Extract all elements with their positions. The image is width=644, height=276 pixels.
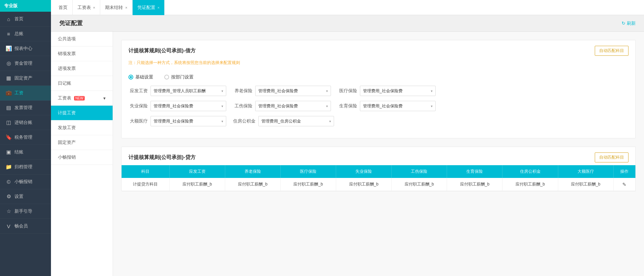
select-pension[interactable]: 管理费用_社会保险费 ▾ [255, 86, 331, 96]
sidebar-item-archive[interactable]: 📁 归档管理 [0, 160, 51, 174]
refresh-button[interactable]: ↻ 刷新 [622, 20, 636, 26]
inner-nav-xiaochang-expense[interactable]: 小畅报销 [51, 150, 113, 165]
field-injury: 工伤保险 管理费用_社会保险费 ▾ [233, 101, 331, 111]
th-housing: 住房公积金 [502, 165, 558, 178]
section2-header: 计提核算规则(公司承担)-贷方 自动匹配科目 [122, 147, 635, 165]
form-row-1: 应发工资 管理费用_管理人员职工薪酬 ▾ 养老保险 管理费用_社会保险费 [128, 86, 629, 96]
inner-nav-purchase-invoice[interactable]: 进项发票 [51, 61, 113, 76]
sidebar-item-settings[interactable]: ⚙ 设置 [0, 189, 51, 204]
tab-voucher-config-close[interactable]: × [157, 6, 159, 10]
form-row-2: 失业保险 管理费用_社会保险费 ▾ 工伤保险 管理费用_社会保险费 [128, 101, 629, 111]
section2-title: 计提核算规则(公司承担)-贷方 [128, 154, 196, 161]
inventory-icon: ◫ [6, 119, 12, 126]
th-large-medical: 大额医疗 [558, 165, 613, 178]
auto-match-credit-button[interactable]: 自动匹配科目 [595, 152, 629, 162]
field-housing-fund: 住房公积金 管理费用_住房公积金 ▾ [233, 116, 334, 126]
radio-basic[interactable]: 基础设置 [128, 74, 153, 80]
sidebar-item-asset[interactable]: ▦ 固定资产 [0, 71, 51, 86]
home-icon: ⌂ [6, 16, 12, 22]
table-row: 计提贷方科目 应付职工薪酬_b 应付职工薪酬_b 应付职工薪酬_b 应付职工薪酬… [122, 178, 635, 191]
inner-nav-fixed-assets[interactable]: 固定资产 [51, 135, 113, 150]
select-unemployment[interactable]: 管理费用_社会保险费 ▾ [150, 101, 226, 111]
sidebar-item-salary[interactable]: 💼 工资 [0, 86, 51, 100]
sidebar-item-close[interactable]: ▣ 结账 [0, 145, 51, 160]
td-injury-val: 应付职工薪酬_b [392, 178, 447, 191]
select-maternity-value: 管理费用_社会保险费 [363, 103, 431, 109]
sidebar-item-inventory[interactable]: ◫ 进销台账 [0, 115, 51, 130]
chevron-injury: ▾ [326, 104, 328, 108]
tab-home[interactable]: 首页 [54, 0, 73, 15]
page-title: 凭证配置 [59, 19, 83, 27]
content-area: 计提核算规则(公司承担)-借方 自动匹配科目 注：只能选择一种方式，系统将按照您… [113, 32, 644, 276]
inner-nav-calc-salary[interactable]: 计提工资 [51, 106, 113, 120]
sidebar-item-xiaochang[interactable]: © 小畅报销 [0, 174, 51, 189]
label-pension: 养老保险 [233, 88, 252, 94]
inner-nav-payroll-table[interactable]: 工资表 NEW ▾ [51, 91, 113, 106]
credit-table: 科目 应发工资 养老保险 医疗保险 失业保险 工伤保险 生育保险 住房公积金 大… [122, 165, 635, 191]
chevron-large-medical: ▾ [221, 119, 223, 123]
select-large-medical[interactable]: 管理费用_社会保险费 ▾ [150, 116, 226, 126]
tab-voucher-config-label: 凭证配置 [137, 4, 155, 11]
field-pension: 养老保险 管理费用_社会保险费 ▾ [233, 86, 331, 96]
field-unemployment: 失业保险 管理费用_社会保险费 ▾ [128, 101, 226, 111]
tab-payroll-close[interactable]: × [93, 6, 95, 10]
edit-icon[interactable]: ✎ [622, 182, 626, 187]
radio-dept-circle [164, 75, 169, 79]
sidebar-item-ledger[interactable]: ≡ 总账 [0, 26, 51, 41]
page-content: 凭证配置 ↻ 刷新 公共选项 销项发票 进项发票 日记账 [51, 15, 644, 276]
sidebar-item-label: 总账 [14, 31, 23, 37]
tab-period-end-close[interactable]: × [125, 6, 127, 10]
refresh-label: 刷新 [627, 20, 636, 26]
tab-period-end[interactable]: 期末结转 × [100, 0, 132, 15]
chevron-salary: ▾ [221, 89, 223, 93]
select-housing-fund[interactable]: 管理费用_住房公积金 ▾ [258, 116, 334, 126]
chevron-unemployment: ▾ [221, 104, 223, 108]
select-medical[interactable]: 管理费用_社会保险费 ▾ [360, 86, 436, 96]
sidebar-item-tax[interactable]: 🔖 税务管理 [0, 130, 51, 145]
inner-layout: 公共选项 销项发票 进项发票 日记账 工资表 NEW ▾ 计提工资 [51, 32, 644, 276]
tab-voucher-config[interactable]: 凭证配置 × [133, 0, 165, 15]
inner-nav-sales-invoice[interactable]: 销项发票 [51, 46, 113, 61]
sidebar-item-home[interactable]: ⌂ 首页 [0, 12, 51, 26]
inner-nav-journal[interactable]: 日记账 [51, 76, 113, 91]
sidebar-item-guide[interactable]: ☆ 新手引导 [0, 204, 51, 219]
refresh-icon: ↻ [622, 21, 625, 26]
sidebar-item-label: 税务管理 [14, 134, 32, 140]
select-maternity[interactable]: 管理费用_社会保险费 ▾ [360, 101, 436, 111]
select-pension-value: 管理费用_社会保险费 [258, 88, 326, 94]
th-medical: 医疗保险 [281, 165, 336, 178]
form-row-3: 大额医疗 管理费用_社会保险费 ▾ 住房公积金 管理费用_住房公积金 [128, 116, 629, 126]
asset-icon: ▦ [6, 75, 12, 81]
sidebar-item-label: 发票管理 [14, 105, 32, 111]
select-injury[interactable]: 管理费用_社会保险费 ▾ [255, 101, 331, 111]
chevron-housing-fund: ▾ [329, 119, 331, 123]
td-action[interactable]: ✎ [613, 178, 635, 191]
sidebar: 专业版 ⌂ 首页 ≡ 总账 📊 报表中心 ◎ 资金管理 ▦ 固定资产 💼 工资 … [0, 0, 51, 276]
inner-nav-public[interactable]: 公共选项 [51, 32, 113, 46]
xiaochang-icon: © [6, 179, 12, 185]
inner-nav-pay-salary[interactable]: 发放工资 [51, 120, 113, 135]
section-debit: 计提核算规则(公司承担)-借方 自动匹配科目 注：只能选择一种方式，系统将按照您… [121, 40, 636, 138]
select-salary[interactable]: 管理费用_管理人员职工薪酬 ▾ [150, 86, 226, 96]
sidebar-item-label: 设置 [14, 193, 23, 200]
sidebar-item-fund[interactable]: ◎ 资金管理 [0, 56, 51, 71]
settings-icon: ⚙ [6, 193, 12, 200]
tab-home-label: 首页 [59, 4, 67, 11]
auto-match-debit-button[interactable]: 自动匹配科目 [595, 46, 629, 56]
field-maternity: 生育保险 管理费用_社会保险费 ▾ [338, 101, 436, 111]
chevron-pension: ▾ [326, 89, 328, 93]
section1-header: 计提核算规则(公司承担)-借方 自动匹配科目 [122, 40, 635, 59]
sidebar-item-invoice[interactable]: ▤ 发票管理 [0, 100, 51, 115]
radio-dept[interactable]: 按部门设置 [164, 74, 194, 80]
tab-payroll[interactable]: 工资表 × [73, 0, 100, 15]
sidebar-item-label: 工资 [14, 90, 23, 96]
sidebar-item-report[interactable]: 📊 报表中心 [0, 41, 51, 56]
sidebar-item-label: 首页 [14, 16, 23, 22]
expand-icon: ▾ [103, 96, 106, 101]
sidebar-item-vip[interactable]: V 畅会员 [0, 219, 51, 234]
field-large-medical: 大额医疗 管理费用_社会保险费 ▾ [128, 116, 226, 126]
app-title: 专业版 [0, 0, 51, 12]
select-injury-value: 管理费用_社会保险费 [258, 103, 326, 109]
radio-basic-label: 基础设置 [135, 74, 153, 80]
archive-icon: 📁 [6, 164, 12, 170]
